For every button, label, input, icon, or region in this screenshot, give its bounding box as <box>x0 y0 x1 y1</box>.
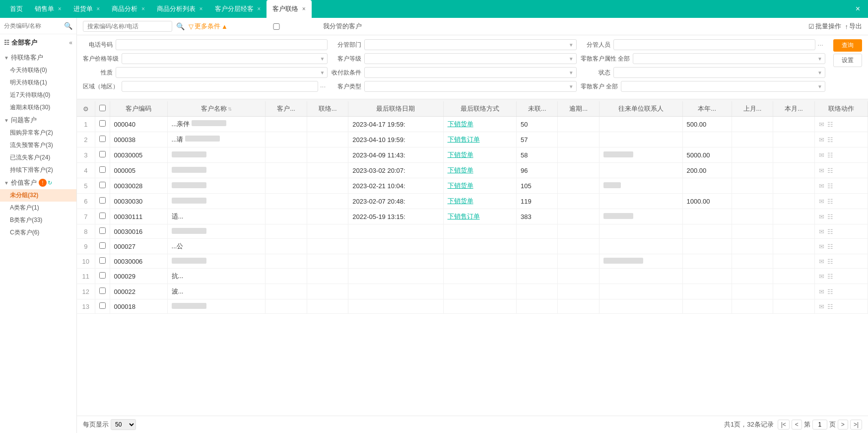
field-customer-level-select[interactable] <box>364 53 576 64</box>
field-manager-dots-icon[interactable]: ··· <box>815 41 825 49</box>
sidebar-item-class-b[interactable]: B类客户(33) <box>0 214 76 226</box>
row-checkbox[interactable] <box>99 120 106 127</box>
nav-tab-customer-contact[interactable]: 客户联络 × <box>267 0 312 18</box>
action-chat-icon[interactable]: ✉ <box>819 121 824 128</box>
sidebar-item-tomorrow[interactable]: 明天待联络(1) <box>0 76 76 89</box>
close-tab-purchase-icon[interactable]: × <box>96 5 100 12</box>
action-more-icon[interactable]: ☷ <box>827 273 833 280</box>
action-chat-icon[interactable]: ✉ <box>819 303 824 310</box>
nav-tab-analysis-list[interactable]: 商品分析列表 × <box>151 0 209 18</box>
field-manager-input[interactable] <box>613 39 816 50</box>
window-close-icon[interactable]: × <box>852 4 864 13</box>
nav-tab-customer-layer[interactable]: 客户分层经客 × <box>209 0 267 18</box>
row-checkbox[interactable] <box>99 227 106 234</box>
sidebar-search-input[interactable] <box>4 22 64 29</box>
nav-home[interactable]: 首页 <box>4 0 29 18</box>
sidebar-all-customers[interactable]: ☷ 全部客户 « <box>0 34 76 51</box>
row-checkbox[interactable] <box>99 166 106 173</box>
field-dept-select[interactable] <box>364 39 576 50</box>
action-more-icon[interactable]: ☷ <box>827 121 833 128</box>
action-more-icon[interactable]: ☷ <box>827 228 833 235</box>
action-chat-icon[interactable]: ✉ <box>819 243 824 250</box>
last-method-link[interactable]: 下销货单 <box>448 151 473 158</box>
last-method-link[interactable]: 下销货单 <box>448 120 473 128</box>
last-method-link[interactable]: 下销货单 <box>448 197 473 205</box>
batch-op-button[interactable]: ☑ 批量操作 <box>808 22 841 31</box>
row-checkbox[interactable] <box>99 257 106 264</box>
field-phone-input[interactable] <box>116 39 328 50</box>
sidebar-item-class-a[interactable]: A类客户(1) <box>0 202 76 214</box>
field-region-input[interactable] <box>122 81 318 92</box>
row-checkbox[interactable] <box>99 136 106 142</box>
th-checkbox[interactable] <box>95 101 110 117</box>
sidebar-item-class-c[interactable]: C类客户(6) <box>0 226 76 239</box>
search-button[interactable]: 🔍 <box>176 22 185 30</box>
action-more-icon[interactable]: ☷ <box>827 198 833 205</box>
th-name[interactable]: 客户名称 <box>167 101 266 117</box>
action-chat-icon[interactable]: ✉ <box>819 258 824 265</box>
nav-tab-sales[interactable]: 销售单 × <box>29 0 67 18</box>
sidebar-item-7days[interactable]: 近7天待联络(0) <box>0 89 76 101</box>
action-chat-icon[interactable]: ✉ <box>819 198 824 205</box>
row-checkbox[interactable] <box>99 197 106 204</box>
close-tab-analysis-icon[interactable]: × <box>141 5 145 12</box>
page-last-button[interactable]: >| <box>850 420 862 430</box>
page-number-input[interactable] <box>812 420 827 430</box>
sidebar-item-churn-warning[interactable]: 流失预警客户(3) <box>0 139 76 151</box>
close-tab-customer-layer-icon[interactable]: × <box>257 5 261 12</box>
sidebar-item-today[interactable]: 今天待联络(0) <box>0 64 76 76</box>
action-chat-icon[interactable]: ✉ <box>819 167 824 174</box>
per-page-select[interactable]: 50 100 200 <box>111 419 136 430</box>
sidebar-group-pending[interactable]: ▼ 待联络客户 <box>0 51 76 64</box>
last-method-link[interactable]: 下销货单 <box>448 166 473 174</box>
field-region-dots-icon[interactable]: ··· <box>318 82 328 90</box>
refresh-icon[interactable]: ↻ <box>48 180 52 186</box>
nav-tab-analysis[interactable]: 商品分析 × <box>106 0 151 18</box>
export-button[interactable]: ↑ 导出 <box>845 22 863 31</box>
action-chat-icon[interactable]: ✉ <box>819 288 824 295</box>
action-more-icon[interactable]: ☷ <box>827 288 833 295</box>
action-more-icon[interactable]: ☷ <box>827 303 833 310</box>
reset-button[interactable]: 设置 <box>833 54 862 67</box>
page-next-button[interactable]: > <box>838 420 848 430</box>
last-method-link[interactable]: 下销售订单 <box>448 213 480 220</box>
action-chat-icon[interactable]: ✉ <box>819 273 824 280</box>
search-input[interactable] <box>83 21 172 32</box>
action-more-icon[interactable]: ☷ <box>827 258 833 265</box>
my-customers-checkbox[interactable] <box>232 23 321 30</box>
field-scatter-customer-select[interactable] <box>621 81 825 92</box>
field-nature-select[interactable] <box>116 67 328 78</box>
sidebar-item-declining[interactable]: 持续下滑客户(2) <box>0 164 76 176</box>
row-checkbox[interactable] <box>99 288 106 294</box>
action-chat-icon[interactable]: ✉ <box>819 213 824 220</box>
action-chat-icon[interactable]: ✉ <box>819 136 824 144</box>
action-more-icon[interactable]: ☷ <box>827 167 833 174</box>
last-method-link[interactable]: 下销售订单 <box>448 136 480 143</box>
query-button[interactable]: 查询 <box>833 39 862 52</box>
select-all-checkbox[interactable] <box>99 105 106 111</box>
action-more-icon[interactable]: ☷ <box>827 136 833 144</box>
nav-tab-purchase[interactable]: 进货单 × <box>67 0 106 18</box>
sidebar-group-value[interactable]: ▼ 价值客户 ! ↻ <box>0 176 76 189</box>
close-tab-customer-contact-icon[interactable]: × <box>302 5 306 12</box>
close-tab-sales-icon[interactable]: × <box>58 5 62 12</box>
sidebar-group-problem[interactable]: ▼ 问题客户 <box>0 114 76 127</box>
action-chat-icon[interactable]: ✉ <box>819 228 824 235</box>
action-more-icon[interactable]: ☷ <box>827 243 833 250</box>
close-tab-analysis-list-icon[interactable]: × <box>200 5 203 12</box>
action-chat-icon[interactable]: ✉ <box>819 182 824 190</box>
sidebar-item-churned[interactable]: 已流失客户(24) <box>0 151 76 164</box>
row-checkbox[interactable] <box>99 272 106 279</box>
field-status-select[interactable] <box>613 67 825 78</box>
row-checkbox[interactable] <box>99 151 106 157</box>
row-checkbox[interactable] <box>99 213 106 219</box>
row-checkbox[interactable] <box>99 302 106 309</box>
action-chat-icon[interactable]: ✉ <box>819 151 824 159</box>
sidebar-item-overdue[interactable]: 逾期未联络(30) <box>0 101 76 114</box>
field-scatter-attr-select[interactable] <box>633 53 825 64</box>
field-customer-type-select[interactable] <box>364 81 576 92</box>
more-conditions-button[interactable]: ▽ 更多条件 ▲ <box>189 22 228 31</box>
page-prev-button[interactable]: < <box>792 420 802 430</box>
page-first-button[interactable]: |< <box>778 420 790 430</box>
sidebar-item-unclassified[interactable]: 未分组(32) <box>0 189 76 202</box>
